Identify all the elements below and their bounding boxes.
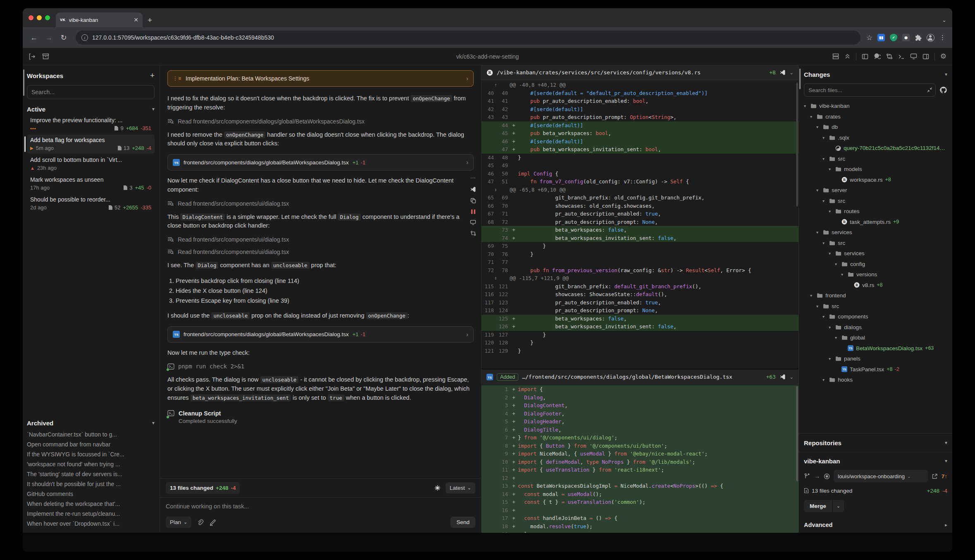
archived-workspace-item[interactable]: Implement the re-run setup/cleanu... bbox=[27, 509, 155, 519]
tab-close-icon[interactable]: ✕ bbox=[133, 17, 138, 23]
tree-folder-row[interactable]: ▾src bbox=[804, 301, 947, 312]
tool-terminal-row[interactable]: pnpm run check 2>&1 bbox=[167, 363, 474, 370]
cleanup-script-row[interactable]: Cleanup ScriptCompleted successfully bbox=[167, 410, 474, 424]
diff-row[interactable]: 4040 #[serde(default = "default_pr_auto_… bbox=[482, 89, 799, 97]
profile-avatar[interactable] bbox=[927, 34, 934, 42]
forward-button[interactable]: → bbox=[43, 33, 55, 42]
chevron-down-icon[interactable]: ▾ bbox=[822, 377, 827, 382]
more-icon[interactable]: ⋯ bbox=[470, 174, 476, 181]
diff-header[interactable]: R /vibe-kanban/crates/services/src/servi… bbox=[482, 65, 799, 80]
diff-row[interactable]: 4751 fn from_v7_config(old_config: v7::C… bbox=[482, 178, 799, 186]
chevron-down-icon[interactable]: ▾ bbox=[822, 241, 827, 245]
chevron-down-icon[interactable]: ▾ bbox=[829, 325, 833, 330]
diff-body[interactable]: 1+import {2+ Dialog,3+ DialogContent,4+ … bbox=[482, 384, 799, 533]
diff-row[interactable]: 4650impl Config { bbox=[482, 170, 799, 178]
tree-folder-row[interactable]: ▾models bbox=[804, 164, 947, 175]
diff-hunk-header[interactable]: ↕@@ -65,8 +69,10 @@ bbox=[482, 186, 799, 194]
panel-left-icon[interactable] bbox=[862, 54, 868, 59]
diff-row[interactable]: 15+ const { t } = useTranslation('common… bbox=[482, 498, 799, 506]
chevron-down-icon[interactable]: ▾ bbox=[822, 157, 827, 161]
collapse-diff-icon[interactable]: ⌄ bbox=[789, 374, 794, 380]
site-info-icon[interactable]: i bbox=[81, 34, 88, 41]
monitor-icon[interactable] bbox=[910, 53, 917, 59]
edit-pen-icon[interactable] bbox=[210, 519, 216, 526]
archived-workspace-item[interactable]: The 'starting' state of dev servers is..… bbox=[27, 469, 155, 479]
browser-menu-icon[interactable]: ⋮ bbox=[939, 34, 946, 41]
external-link-icon[interactable] bbox=[932, 473, 938, 479]
chevron-down-icon[interactable]: ▾ bbox=[829, 167, 833, 171]
diff-row[interactable]: 126+ beta_workspaces_invitation_sent: fa… bbox=[482, 323, 799, 331]
chevron-down-icon[interactable]: ▾ bbox=[835, 262, 839, 266]
open-in-vscode-icon[interactable] bbox=[780, 69, 786, 76]
diff-row[interactable]: 121129} bbox=[482, 347, 799, 355]
diff-row[interactable]: 1+import { bbox=[482, 385, 799, 394]
tree-folder-row[interactable]: ▾server bbox=[804, 185, 947, 196]
changes-collapse-icon[interactable]: ▾ bbox=[945, 71, 947, 77]
copy-icon[interactable] bbox=[470, 198, 476, 204]
sign-out-icon[interactable] bbox=[29, 53, 36, 60]
diff-row[interactable]: 2+ Dialog, bbox=[482, 394, 799, 402]
tree-folder-row[interactable]: ▾src bbox=[804, 238, 947, 249]
workspace-item[interactable]: Add scroll to bottom button in `Virt...▲… bbox=[27, 154, 155, 173]
bookmark-star-icon[interactable]: ☆ bbox=[866, 33, 872, 42]
files-changed-pill[interactable]: 13 files changed +248 -4 bbox=[166, 482, 240, 494]
archived-workspace-item[interactable]: GitHub comments bbox=[27, 489, 155, 499]
diff-row[interactable]: 6569 git_branch_prefix: old_config.git_b… bbox=[482, 194, 799, 202]
diff-row[interactable]: 17+ const handleJoinBeta = () => { bbox=[482, 514, 799, 522]
task-input[interactable] bbox=[166, 503, 475, 510]
repo-collapse-icon[interactable]: ▾ bbox=[945, 458, 947, 464]
chat-icon[interactable] bbox=[874, 53, 881, 59]
sidebar-scroll-thumb[interactable] bbox=[23, 69, 24, 96]
tree-folder-row[interactable]: ▾panels bbox=[804, 354, 947, 364]
extension-icon[interactable]: ▮▮ bbox=[877, 34, 885, 41]
back-button[interactable]: ← bbox=[28, 33, 40, 42]
archived-workspace-item[interactable]: `NavbarContainer.tsx` button to g... bbox=[27, 429, 155, 439]
workspace-search-input[interactable] bbox=[27, 85, 155, 99]
workspace-item[interactable]: Should be possible to reorder...2d ago 5… bbox=[27, 194, 155, 213]
tree-folder-row[interactable]: ▾services bbox=[804, 248, 947, 259]
monitor-icon[interactable] bbox=[470, 220, 476, 225]
tree-folder-row[interactable]: ▾global bbox=[804, 332, 947, 343]
diff-row[interactable]: 6+ DialogTitle, bbox=[482, 426, 799, 434]
expand-hunk-icon[interactable]: ↑ bbox=[482, 81, 510, 89]
archived-workspace-item[interactable]: If the WYSIWYG is focussed in `Cre... bbox=[27, 449, 155, 459]
diff-hunk-header[interactable]: ↕@@ -115,7 +121,9 @@ bbox=[482, 274, 799, 282]
tree-file-row[interactable]: TSBetaWorkspacesDialog.tsx+63 bbox=[804, 343, 947, 354]
stop-icon[interactable] bbox=[471, 209, 476, 214]
diff-row[interactable]: 16+ bbox=[482, 506, 799, 515]
git-compare-icon[interactable] bbox=[886, 53, 893, 59]
tree-folder-row[interactable]: ▾dialogs bbox=[804, 322, 947, 333]
diff-row[interactable]: 117123 pr_auto_description_enabled: true… bbox=[482, 299, 799, 307]
workspace-item[interactable]: Improve the preview functionality: ...••… bbox=[27, 115, 155, 134]
diff-row[interactable]: 3+ DialogContent, bbox=[482, 401, 799, 410]
tree-folder-row[interactable]: ▾vibe-kanban bbox=[804, 101, 947, 112]
diff-row[interactable]: 47+ pub beta_workspaces_invitation_sent:… bbox=[482, 145, 799, 154]
workspace-item[interactable]: Mark workspaces as unseen17h ago 3+45-0 bbox=[27, 174, 155, 193]
diff-row[interactable]: 4141 pub pr_auto_description_enabled: bo… bbox=[482, 97, 799, 105]
browser-tab[interactable]: VK vibe-kanban ✕ bbox=[56, 12, 143, 27]
archive-icon[interactable] bbox=[42, 53, 49, 59]
diff-row[interactable]: 74+ beta_workspaces_invitation_sent: fal… bbox=[482, 234, 799, 242]
changes-scroll-thumb[interactable] bbox=[799, 69, 801, 89]
archived-workspace-item[interactable]: When hover over `Dropdown.tsx` i... bbox=[27, 519, 155, 529]
tool-read-row[interactable]: Read frontend/src/components/ui/dialog.t… bbox=[167, 236, 474, 243]
github-octocat-icon[interactable] bbox=[939, 86, 947, 94]
tool-read-row[interactable]: Read frontend/src/components/dialogs/glo… bbox=[167, 118, 474, 125]
collapse-tree-icon[interactable] bbox=[927, 87, 932, 93]
diff-row[interactable]: 4448} bbox=[482, 154, 799, 162]
attach-paperclip-icon[interactable] bbox=[197, 519, 204, 526]
diff-row[interactable]: 116122 showcases: ShowcaseState::default… bbox=[482, 290, 799, 299]
open-in-vscode-icon[interactable] bbox=[780, 374, 786, 380]
minimize-window-button[interactable] bbox=[37, 15, 42, 20]
tree-file-row[interactable]: TSTaskPanel.tsx+8-2 bbox=[804, 364, 947, 375]
tree-folder-row[interactable]: ▾crates bbox=[804, 112, 947, 122]
diff-row[interactable]: 10+import { defineModal, type NoProps } … bbox=[482, 458, 799, 466]
merge-options-dropdown[interactable]: ⌄ bbox=[833, 500, 844, 512]
expand-hunk-icon[interactable]: ↕ bbox=[482, 186, 510, 194]
git-compare-icon[interactable] bbox=[470, 230, 476, 236]
chevron-down-icon[interactable]: ▾ bbox=[810, 114, 814, 119]
diff-row[interactable]: 6670 showcases: old_config.showcases, bbox=[482, 202, 799, 210]
repositories-collapse-icon[interactable]: ▾ bbox=[945, 440, 947, 446]
mode-dropdown[interactable]: Plan⌄ bbox=[166, 517, 191, 528]
tree-folder-row[interactable]: ▾services bbox=[804, 227, 947, 238]
